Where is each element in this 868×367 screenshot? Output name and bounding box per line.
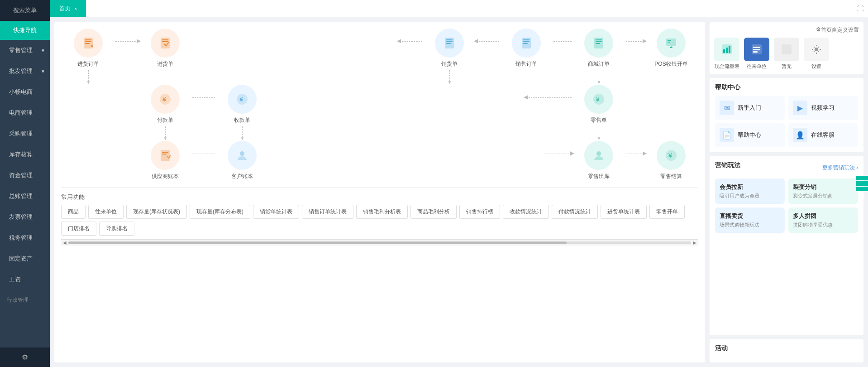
quick-icons-header: ⚙ 首页自定义设置 [714,26,859,34]
units-icon [744,38,769,61]
float-btn-community[interactable]: 服务社区 [856,181,868,186]
customize-label[interactable]: 首页自定义设置 [821,26,859,34]
float-btn-service[interactable]: 客服热线 [856,176,868,180]
svg-rect-31 [162,152,168,153]
help-title: 帮助中心 [715,83,858,92]
sidebar-item-more[interactable]: 行政管理 [0,290,50,310]
chevron-down-icon: ▼ [41,48,45,53]
func-btn-rank[interactable]: 销售排行榜 [459,205,500,219]
func-btn-stock2[interactable]: 现存量(库存分布表) [190,205,250,219]
func-btn-receipt-stat[interactable]: 收款情况统计 [503,205,549,219]
sidebar-item-finance[interactable]: 资金管理 [0,165,50,186]
sidebar-item-ecommerce-small[interactable]: 小畅电商 [0,82,50,102]
sidebar-item-ecommerce[interactable]: 电商管理 [0,102,50,123]
purchase-icon [151,29,180,58]
retail-settlement-icon: ¥ [657,141,686,170]
node-retail-settlement[interactable]: ¥ 零售结算 [644,141,698,180]
sidebar-item-assets[interactable]: 固定资产 [0,248,50,269]
scroll-bar[interactable]: ◀ ▶ [61,239,698,246]
sidebar-bottom: ⚙ [0,348,50,367]
sidebar-item-invoice[interactable]: 发票管理 [0,207,50,227]
node-customer-account[interactable]: 客户账本 [215,141,269,180]
scroll-track[interactable] [68,241,691,244]
func-btn-goods[interactable]: 商品 [61,205,86,219]
sidebar-item-ledger[interactable]: 总账管理 [0,186,50,207]
node-sales-order[interactable]: 销售订单 [499,29,553,68]
node-supplier-account[interactable]: 供应商账本 [138,141,192,180]
func-btn-sales-stat[interactable]: 销货单统计表 [253,205,299,219]
marketing-section: 营销玩法 更多营销玩法 › 会员拉新 吸引用户成为会员 裂变分销 裂变式发展分销… [710,156,863,335]
node-receipt[interactable]: ¥ 收款单 [215,85,269,124]
func-btn-order-stat[interactable]: 销售订单统计表 [302,205,353,219]
help-item-beginner[interactable]: ✉ 新手入门 [715,96,785,120]
func-btn-goods-profit[interactable]: 商品毛利分析 [410,205,457,219]
sidebar-search[interactable]: 搜索菜单 [0,0,50,21]
sidebar-item-inventory[interactable]: 库存核算 [0,144,50,165]
customer-account-icon [228,141,257,170]
svg-rect-1 [85,39,91,40]
chevron-down-icon: ▼ [41,69,45,74]
common-functions-title: 常用功能 [61,193,698,201]
node-purchase-order[interactable]: 进货订单 [61,29,115,68]
sidebar-item-salary[interactable]: 工资 [0,269,50,290]
float-buttons: 客服热线 服务社区 桌面快捷 [856,176,868,191]
svg-rect-9 [446,41,453,42]
marketing-card-member[interactable]: 会员拉新 吸引用户成为会员 [715,179,785,204]
node-purchase[interactable]: 进货单 [138,29,192,68]
quick-icon-cashflow[interactable]: 现金流量表 [714,38,739,70]
sidebar-item-tax[interactable]: 税务管理 [0,227,50,248]
node-pos[interactable]: POS收银开单 [644,29,698,68]
svg-rect-10 [446,43,451,44]
float-btn-shortcut[interactable]: 桌面快捷 [856,187,868,191]
quick-icon-empty[interactable]: 暂无 [774,38,799,70]
svg-rect-2 [85,41,91,42]
func-btn-guide-rank[interactable]: 导购排名 [99,222,134,236]
node-payment[interactable]: ¥ 付款单 [138,85,192,124]
marketing-title: 营销玩法 [715,161,740,169]
node-mall-order[interactable]: 商城订单 [572,29,626,68]
func-btn-profit[interactable]: 销售毛利分析表 [356,205,408,219]
sidebar-item-wholesale[interactable]: 批发管理 ▼ [0,61,50,82]
settings-icon[interactable]: ⚙ [22,353,28,361]
marketing-card-live[interactable]: 直播卖货 场景式购物新玩法 [715,208,785,233]
fullscreen-icon[interactable]: ⛶ [857,5,863,12]
svg-point-33 [240,151,244,156]
marketing-card-fission[interactable]: 裂变分销 裂变式发展分销商 [788,179,858,204]
cashflow-icon [714,38,739,61]
func-btn-retail-order[interactable]: 零售开单 [649,205,685,219]
quick-icon-settings[interactable]: 设置 [804,38,829,70]
activities-title: 活动 [715,344,858,353]
node-retail[interactable]: ¥ 零售单 [572,85,626,124]
svg-rect-42 [753,47,760,48]
svg-rect-43 [753,49,760,50]
sidebar-item-retail[interactable]: 零售管理 ▼ [0,40,50,61]
scroll-right-icon[interactable]: ▶ [693,240,696,245]
help-item-service[interactable]: 👤 在线客服 [788,123,858,147]
tab-home[interactable]: 首页 × [50,0,86,17]
func-btn-store-rank[interactable]: 门店排名 [61,222,96,236]
node-retail-out[interactable]: 零售出库 [572,141,626,180]
func-btn-payment-stat[interactable]: 付款情况统计 [552,205,598,219]
sidebar-item-purchase[interactable]: 采购管理 [0,123,50,144]
help-item-video[interactable]: ▶ 视频学习 [788,96,858,120]
marketing-card-group[interactable]: 多人拼团 拼团购物享受优惠 [788,208,858,233]
scroll-left-icon[interactable]: ◀ [63,240,67,245]
func-btn-purchase-stat[interactable]: 进货单统计表 [601,205,647,219]
svg-rect-20 [668,40,671,41]
func-btn-stock1[interactable]: 现存量(库存状况表) [126,205,187,219]
user-icon: 👤 [793,128,807,142]
workflow-panel: 进货订单 ▶ [54,22,705,362]
svg-rect-18 [596,43,600,44]
quick-icon-units[interactable]: 往来单位 [744,38,769,70]
tab-close-icon[interactable]: × [74,6,77,11]
svg-text:¥: ¥ [668,152,672,159]
functions-grid: 商品 往来单位 现存量(库存状况表) 现存量(库存分布表) 销货单统计表 销售订… [61,205,698,236]
supplier-account-icon [151,141,180,170]
main-area: 首页 × ⛶ [50,0,868,367]
node-sales[interactable]: 销货单 [422,29,477,68]
svg-point-46 [815,48,818,51]
func-btn-units[interactable]: 往来单位 [88,205,124,219]
help-item-help[interactable]: 📄 帮助中心 [715,123,785,147]
sidebar-nav-label: 快捷导航 [0,21,50,40]
more-marketing-link[interactable]: 更多营销玩法 › [822,164,858,172]
